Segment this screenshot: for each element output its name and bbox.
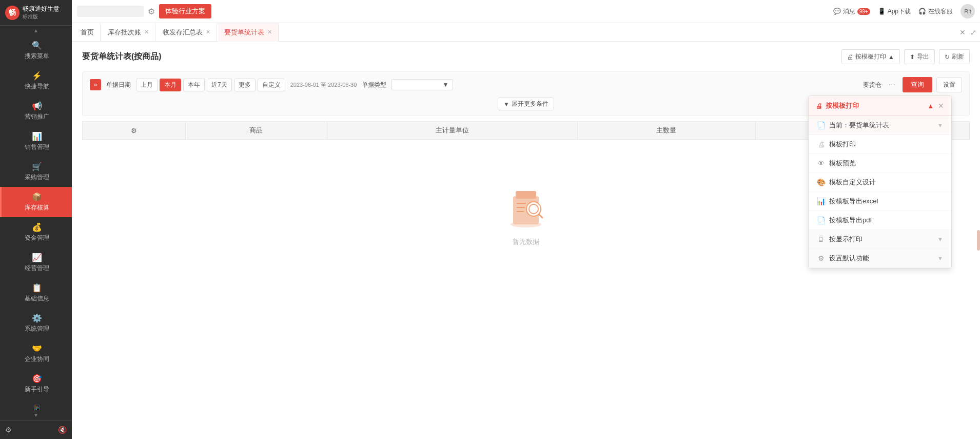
print-icon: 🖨 <box>847 53 853 61</box>
scroll-down-arrow[interactable]: ▼ <box>0 410 72 420</box>
sidebar-item-marketing[interactable]: 📢 营销推广 <box>0 96 72 126</box>
sidebar-item-finance[interactable]: 💰 资金管理 <box>0 217 72 247</box>
inventory-icon: 📦 <box>32 192 42 202</box>
tab-close-collection-summary[interactable]: ✕ <box>206 29 210 35</box>
export-excel-icon: 📊 <box>817 197 825 205</box>
display-print-arrow: ▼ <box>937 236 943 242</box>
sidebar-bottom: ⚙ 🔇 <box>0 420 72 439</box>
default-func-icon: ⚙ <box>817 254 825 262</box>
chevron-up-icon-panel[interactable]: ▲ <box>927 102 934 110</box>
sidebar-item-inventory[interactable]: 📦 库存核算 <box>0 187 72 217</box>
content-area: 要货单统计表(按商品) 🖨 按模板打印 ▲ ⬆ 导出 ↻ 刷新 <box>72 42 980 439</box>
settings-bottom-icon[interactable]: ⚙ <box>5 426 12 434</box>
sidebar: 畅 畅康通好生意 标准版 ▲ 🔍 搜索菜单 ⚡ 快捷导航 📢 营销推广 📊 销售… <box>0 0 72 439</box>
main-area: ⚙ 体验行业方案 💬 消息 99+ 📱 App下载 🎧 在线客服 Rit <box>72 0 980 439</box>
sidebar-item-sales[interactable]: 📊 销售管理 <box>0 126 72 157</box>
template-indicator-icon: 📄 <box>817 121 825 129</box>
more-dots-icon[interactable]: ··· <box>886 79 898 90</box>
tab-batch-account[interactable]: 库存批次账 ✕ <box>102 23 155 42</box>
maximize-tab-icon[interactable]: ⤢ <box>969 27 977 37</box>
sidebar-item-quicknav[interactable]: ⚡ 快捷导航 <box>0 66 72 96</box>
sidebar-item-operation[interactable]: 📈 经营管理 <box>0 247 72 278</box>
sidebar-item-newbie[interactable]: 🎯 新手引导 <box>0 369 72 399</box>
query-button[interactable]: 查询 <box>903 77 932 92</box>
print-template-btn[interactable]: 🖨 按模板打印 ▲ <box>841 49 900 64</box>
display-print-item[interactable]: 🖥 按显示打印 ▼ <box>809 230 951 249</box>
tab-close-order-stats[interactable]: ✕ <box>267 29 272 35</box>
refresh-icon: ↻ <box>945 53 950 61</box>
export-icon: ⬆ <box>910 53 915 61</box>
col-settings[interactable]: ⚙ <box>83 122 186 140</box>
search-input[interactable] <box>77 6 144 17</box>
filter-row: » 单据日期 上月 本月 本年 近7天 更多 自定义 2023-06-01 至 … <box>90 77 962 92</box>
template-print-icon: 🖨 <box>817 140 825 148</box>
sidebar-item-system[interactable]: ⚙️ 系统管理 <box>0 308 72 338</box>
svg-line-5 <box>539 214 542 218</box>
more-btn[interactable]: 更多 <box>234 79 256 91</box>
notification-btn[interactable]: 💬 消息 99+ <box>833 7 870 16</box>
expand-row-btn[interactable]: » <box>90 79 101 90</box>
sidebar-item-apps[interactable]: 📱 应用中心 <box>0 399 72 410</box>
default-func-item[interactable]: ⚙ 设置默认功能 ▼ <box>809 249 951 268</box>
default-func-arrow: ▼ <box>937 255 943 261</box>
svg-rect-2 <box>516 191 536 199</box>
export-pdf-item[interactable]: 📄 按模板导出pdf <box>809 211 951 230</box>
topbar-right: 💬 消息 99+ 📱 App下载 🎧 在线客服 Rit <box>833 4 975 18</box>
refresh-btn[interactable]: ↻ 刷新 <box>939 49 970 64</box>
sidebar-item-basic[interactable]: 📋 基础信息 <box>0 278 72 308</box>
doc-type-select[interactable]: ▼ <box>391 79 453 90</box>
template-print-item[interactable]: 🖨 模板打印 <box>809 135 951 154</box>
basic-icon: 📋 <box>32 283 42 293</box>
mute-bottom-icon[interactable]: 🔇 <box>58 426 67 434</box>
date-range: 上月 本月 本年 近7天 更多 自定义 <box>136 79 285 91</box>
chevron-up-icon: ▲ <box>888 53 894 61</box>
chevron-down-icon: ▼ <box>442 81 448 88</box>
logo-icon: 畅 <box>5 6 19 20</box>
tab-collection-summary[interactable]: 收发存汇总表 ✕ <box>156 23 217 42</box>
operation-icon: 📈 <box>32 253 42 262</box>
collab-icon: 🤝 <box>32 343 42 353</box>
current-template-item[interactable]: 📄 当前：要货单统计表 ▼ <box>809 116 951 135</box>
settings-button[interactable]: 设置 <box>936 78 962 92</box>
app-download-btn[interactable]: 📱 App下载 <box>878 7 911 16</box>
sidebar-item-collab[interactable]: 🤝 企业协同 <box>0 338 72 369</box>
empty-illustration <box>500 181 552 232</box>
phone-icon: 📱 <box>878 8 886 15</box>
tab-close-batch-account[interactable]: ✕ <box>144 29 149 35</box>
notification-badge: 99+ <box>857 8 870 15</box>
tab-home[interactable]: 首页 <box>74 23 101 42</box>
gear-icon[interactable]: ⚙ <box>148 7 155 16</box>
online-service-btn[interactable]: 🎧 在线客服 <box>918 7 953 16</box>
filter-right: 要货仓 ··· 查询 设置 <box>863 77 962 92</box>
export-excel-item[interactable]: 📊 按模板导出excel <box>809 192 951 211</box>
custom-btn[interactable]: 自定义 <box>258 79 285 91</box>
tabbar-actions: ✕ ⤢ <box>958 27 977 37</box>
close-tab-icon[interactable]: ✕ <box>958 27 967 37</box>
trial-button[interactable]: 体验行业方案 <box>159 4 211 18</box>
date-range-text: 2023-06-01 至 2023-06-30 <box>290 81 357 89</box>
avatar[interactable]: Rit <box>961 4 975 18</box>
scroll-up-arrow[interactable]: ▲ <box>0 26 72 35</box>
tab-order-stats[interactable]: 要货单统计表 ✕ <box>218 23 279 42</box>
print-dropdown-title: 🖨 按模板打印 <box>816 101 859 110</box>
require-goods-label: 要货仓 <box>863 81 881 89</box>
date-label: 单据日期 <box>106 81 131 89</box>
sidebar-item-purchase[interactable]: 🛒 采购管理 <box>0 157 72 187</box>
template-preview-item[interactable]: 👁 模板预览 <box>809 154 951 173</box>
dropdown-close-icon[interactable]: ✕ <box>938 102 944 110</box>
export-btn[interactable]: ⬆ 导出 <box>904 49 935 64</box>
year-btn[interactable]: 本年 <box>183 79 205 91</box>
sidebar-item-search[interactable]: 🔍 搜索菜单 <box>0 35 72 66</box>
col-product: 商品 <box>185 122 327 140</box>
scrollbar-thumb[interactable] <box>977 230 980 251</box>
export-pdf-icon: 📄 <box>817 216 825 224</box>
print-dropdown-icon: 🖨 <box>816 102 822 110</box>
template-design-item[interactable]: 🎨 模板自定义设计 <box>809 173 951 192</box>
week7-btn[interactable]: 近7天 <box>207 79 232 91</box>
current-month-btn[interactable]: 本月 <box>160 79 181 91</box>
newbie-icon: 🎯 <box>32 374 42 384</box>
print-dropdown-panel: 🖨 按模板打印 ▲ ✕ 📄 当前：要货单统计表 ▼ 🖨 模板打印 � <box>808 96 952 269</box>
prev-month-btn[interactable]: 上月 <box>136 79 158 91</box>
expand-conditions-btn[interactable]: ▼ 展开更多条件 <box>498 98 554 110</box>
doc-type-label: 单据类型 <box>362 81 386 89</box>
